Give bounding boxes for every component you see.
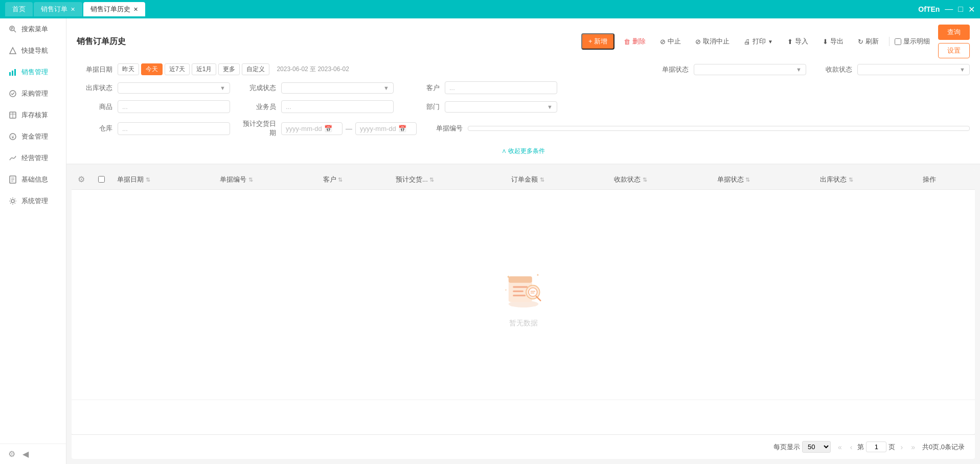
- tab-sales-order-label: 销售订单: [41, 5, 67, 14]
- sidebar-label-basic-info: 基础信息: [21, 175, 48, 184]
- filter-row-2: 出库状态 ▼ 完成状态 ▼ 客户 ...: [77, 81, 970, 94]
- date-filter-control: 昨天 今天 近7天 近1月 更多 自定义 2023-06-02 至 2023-0…: [118, 63, 653, 75]
- sidebar-collapse-icon[interactable]: ◀: [22, 449, 29, 459]
- last-page-btn[interactable]: »: [908, 442, 918, 452]
- first-page-btn[interactable]: «: [835, 442, 845, 452]
- import-button[interactable]: ⬆ 导入: [782, 34, 813, 49]
- th-outbound-status-sort-icon[interactable]: ⇅: [849, 176, 853, 183]
- table-settings-button[interactable]: ⚙: [78, 174, 85, 184]
- finance-icon: ¥: [8, 132, 17, 141]
- export-button[interactable]: ⬇ 导出: [817, 34, 849, 49]
- prev-page-btn[interactable]: ‹: [847, 442, 856, 452]
- table-header-row: ⚙ 单据日期 ⇅ 单据编号 ⇅: [72, 169, 975, 190]
- salesperson-input[interactable]: ...: [281, 100, 394, 113]
- th-customer-label: 客户: [323, 175, 336, 183]
- goods-input[interactable]: ...: [118, 100, 230, 113]
- th-settings: ⚙: [72, 169, 92, 190]
- sidebar-item-operations[interactable]: 经营管理: [0, 147, 66, 169]
- quick-nav-icon: [8, 46, 17, 55]
- completion-status-select[interactable]: ▼: [281, 82, 394, 94]
- sidebar-settings-icon[interactable]: ⚙: [8, 449, 15, 459]
- estimated-date-from[interactable]: yyyy-mm-dd 📅: [281, 122, 343, 135]
- delete-button[interactable]: 🗑 删除: [619, 34, 651, 49]
- close-btn[interactable]: ✕: [968, 5, 975, 14]
- date-last7-btn[interactable]: 近7天: [165, 63, 190, 75]
- date-last1month-btn[interactable]: 近1月: [192, 63, 217, 75]
- tab-sales-order-history[interactable]: 销售订单历史 ✕: [83, 2, 145, 16]
- sidebar-item-sys-mgmt[interactable]: 系统管理: [0, 190, 66, 212]
- customer-label: 客户: [404, 83, 445, 93]
- order-no-input[interactable]: [468, 126, 970, 131]
- th-estimated-delivery-sort-icon[interactable]: ⇅: [429, 176, 434, 183]
- payment-status-label: 收款状态: [816, 65, 857, 74]
- order-status-select[interactable]: ▼: [694, 64, 806, 75]
- tab-sales-order[interactable]: 销售订单 ✕: [34, 2, 82, 16]
- sidebar-item-purchase-mgmt[interactable]: 采购管理: [0, 83, 66, 104]
- table-header: ⚙ 单据日期 ⇅ 单据编号 ⇅: [72, 169, 975, 190]
- tab-list: 首页 销售订单 ✕ 销售订单历史 ✕: [5, 2, 918, 16]
- refresh-button[interactable]: ↻ 刷新: [853, 34, 884, 49]
- outbound-status-select[interactable]: ▼: [118, 82, 230, 94]
- svg-text:✦: ✦: [504, 289, 507, 292]
- print-button[interactable]: 🖨 打印 ▼: [739, 34, 778, 49]
- customer-input[interactable]: ...: [445, 81, 557, 94]
- goods-label: 商品: [77, 102, 118, 112]
- filter-row-3: 商品 ... 业务员 ... 部门 ▼: [77, 100, 970, 113]
- collapse-bar[interactable]: ∧ 收起更多条件: [77, 144, 970, 159]
- date-more-btn[interactable]: 更多: [218, 63, 240, 75]
- collapse-label: ∧ 收起更多条件: [502, 147, 545, 156]
- th-order-amount-sort-icon[interactable]: ⇅: [540, 176, 544, 183]
- sidebar-item-inventory[interactable]: 库存核算: [0, 104, 66, 126]
- sidebar-item-search-menu[interactable]: 搜索菜单: [0, 18, 66, 40]
- th-order-no-sort-icon[interactable]: ⇅: [248, 176, 253, 183]
- settings-button[interactable]: 设置: [938, 43, 970, 58]
- stop-button[interactable]: ⊘ 中止: [655, 34, 686, 49]
- warehouse-placeholder: ...: [122, 125, 225, 132]
- page-title: 销售订单历史: [77, 36, 126, 47]
- th-order-status-sort-icon[interactable]: ⇅: [745, 176, 750, 183]
- completion-status-label: 完成状态: [240, 83, 281, 93]
- tab-home[interactable]: 首页: [5, 2, 33, 16]
- date-separator: —: [343, 125, 355, 132]
- sidebar-item-basic-info[interactable]: 基础信息: [0, 169, 66, 190]
- department-arrow-icon: ▼: [547, 104, 553, 110]
- sidebar-label-operations: 经营管理: [21, 153, 48, 163]
- delete-icon: 🗑: [624, 38, 630, 46]
- department-label: 部门: [404, 102, 445, 112]
- per-page-dropdown[interactable]: 50 10 20 100: [802, 441, 831, 453]
- minimize-btn[interactable]: —: [945, 5, 953, 14]
- payment-status-select[interactable]: ▼: [857, 64, 970, 75]
- department-select[interactable]: ▼: [445, 101, 557, 113]
- th-customer-sort-icon[interactable]: ⇅: [338, 176, 343, 183]
- sidebar-label-finance: 资金管理: [21, 132, 48, 141]
- maximize-btn[interactable]: □: [958, 5, 963, 14]
- date-yesterday-btn[interactable]: 昨天: [118, 63, 139, 75]
- date-custom-btn[interactable]: 自定义: [242, 63, 269, 75]
- date-from-calendar-icon[interactable]: 📅: [324, 125, 332, 132]
- sidebar-item-quick-nav[interactable]: 快捷导航: [0, 40, 66, 61]
- next-page-btn[interactable]: ›: [897, 442, 906, 452]
- cancel-stop-button[interactable]: ⊘ 取消中止: [690, 34, 735, 49]
- show-detail-checkbox[interactable]: [895, 38, 901, 45]
- svg-text:¥: ¥: [11, 135, 14, 140]
- show-detail-checkbox-label[interactable]: 显示明细: [895, 37, 930, 46]
- sidebar-item-finance[interactable]: ¥ 资金管理: [0, 126, 66, 147]
- main-layout: 搜索菜单 快捷导航 销售管理 采购管理 库存核算: [0, 18, 980, 464]
- query-button[interactable]: 查询: [938, 25, 970, 40]
- tab-sales-order-history-close[interactable]: ✕: [133, 6, 138, 13]
- print-dropdown-icon: ▼: [768, 39, 773, 45]
- date-to-calendar-icon[interactable]: 📅: [398, 125, 406, 132]
- warehouse-input[interactable]: ...: [118, 122, 230, 135]
- date-today-btn[interactable]: 今天: [141, 63, 163, 75]
- import-label: 导入: [795, 37, 808, 46]
- th-payment-status-sort-icon[interactable]: ⇅: [643, 176, 647, 183]
- th-date-sort-icon[interactable]: ⇅: [146, 176, 150, 183]
- th-check: [92, 169, 111, 190]
- new-button[interactable]: + 新增: [581, 33, 614, 50]
- page-input[interactable]: [866, 441, 886, 452]
- date-label: 单据日期: [77, 65, 118, 74]
- sidebar-item-sales-mgmt[interactable]: 销售管理: [0, 61, 66, 83]
- estimated-date-to[interactable]: yyyy-mm-dd 📅: [355, 122, 417, 135]
- tab-sales-order-close[interactable]: ✕: [71, 6, 75, 13]
- select-all-checkbox[interactable]: [98, 176, 105, 183]
